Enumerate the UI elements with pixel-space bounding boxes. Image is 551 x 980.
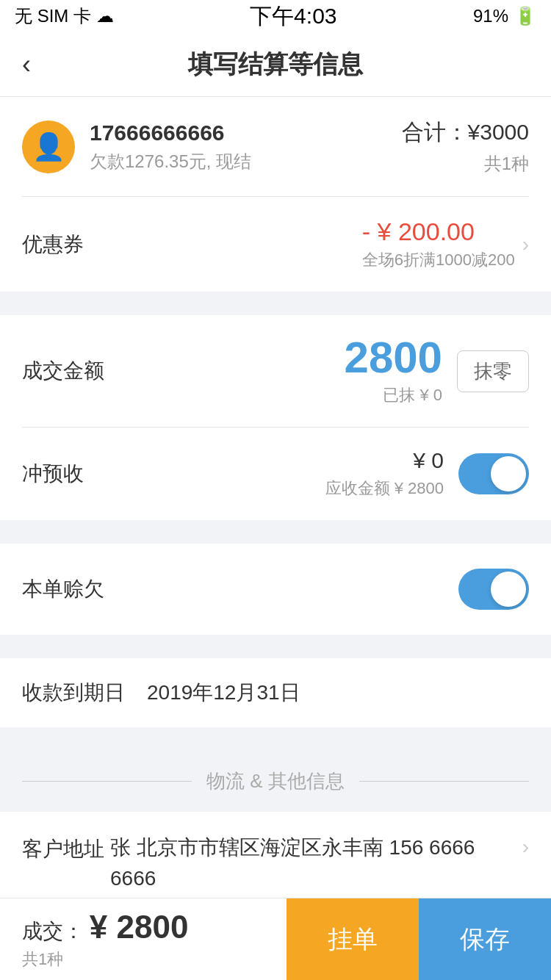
prepay-label: 冲预收 — [22, 460, 84, 488]
logistics-header: 物流 & 其他信息 — [0, 751, 551, 812]
address-label: 客户地址 — [22, 832, 110, 863]
address-chevron-icon: › — [522, 832, 529, 859]
status-bar-right: 91% 🔋 — [473, 6, 536, 26]
coupon-label: 优惠券 — [22, 231, 84, 259]
footer-amount: ¥ 2800 — [90, 909, 189, 945]
back-button[interactable]: ‹ — [22, 49, 31, 80]
duedate-card: 收款到期日 2019年12月31日 — [0, 658, 551, 727]
duedate-value: 2019年12月31日 — [147, 679, 300, 707]
customer-left: 👤 17666666666 欠款1276.35元, 现结 — [22, 120, 251, 173]
toggle-knob — [491, 456, 526, 491]
deal-label: 成交金额 — [22, 357, 104, 385]
prepay-amount-block: ¥ 0 应收金额 ¥ 2800 — [325, 448, 444, 500]
duedate-label: 收款到期日 — [22, 679, 125, 707]
section-gap-1 — [0, 303, 551, 315]
page-title: 填写结算等信息 — [188, 48, 363, 82]
debit-toggle-knob — [491, 572, 526, 607]
section-gap-2 — [0, 532, 551, 544]
coupon-right: - ¥ 200.00 全场6折满1000减200 › — [362, 217, 529, 271]
customer-row: 👤 17666666666 欠款1276.35元, 现结 合计：¥3000 共1… — [0, 97, 551, 196]
deal-right: 2800 已抹 ¥ 0 抹零 — [345, 336, 529, 406]
customer-info: 17666666666 欠款1276.35元, 现结 — [90, 120, 251, 173]
customer-phone: 17666666666 — [90, 120, 251, 145]
coupon-discount: - ¥ 200.00 — [362, 217, 515, 246]
deal-amount: 2800 — [345, 336, 442, 380]
section-gap-3 — [0, 646, 551, 658]
duedate-row: 收款到期日 2019年12月31日 — [0, 658, 551, 727]
prepay-amount: ¥ 0 — [325, 448, 444, 473]
status-bar-time: 下午4:03 — [250, 1, 336, 32]
status-bar-left: 无 SIM 卡 ☁ — [15, 4, 114, 28]
customer-total: 合计：¥3000 — [402, 118, 529, 148]
prepay-row: 冲预收 ¥ 0 应收金额 ¥ 2800 — [0, 428, 551, 520]
avatar-icon: 👤 — [32, 131, 65, 162]
customer-card: 👤 17666666666 欠款1276.35元, 现结 合计：¥3000 共1… — [0, 97, 551, 292]
debit-card: 本单赊欠 — [0, 544, 551, 635]
sim-status: 无 SIM 卡 ☁ — [15, 4, 114, 28]
coupon-desc: 全场6折满1000减200 — [362, 249, 515, 271]
deal-row: 成交金额 2800 已抹 ¥ 0 抹零 — [0, 315, 551, 427]
deal-card: 成交金额 2800 已抹 ¥ 0 抹零 冲预收 ¥ 0 应收金额 ¥ 2800 — [0, 315, 551, 520]
debit-toggle[interactable] — [458, 569, 529, 610]
footer-count: 共1种 — [22, 948, 264, 970]
address-value: 张 北京市市辖区海淀区永丰南 156 6666 6666 — [110, 832, 522, 894]
debit-label: 本单赊欠 — [22, 575, 104, 603]
avatar: 👤 — [22, 120, 75, 173]
chevron-right-icon: › — [522, 233, 529, 256]
footer: 成交： ¥ 2800 共1种 挂单 保存 — [0, 898, 551, 980]
debit-row: 本单赊欠 — [0, 544, 551, 635]
logistics-title: 物流 & 其他信息 — [192, 768, 359, 794]
battery-icon: 🔋 — [514, 6, 536, 26]
content: 👤 17666666666 欠款1276.35元, 现结 合计：¥3000 共1… — [0, 97, 551, 980]
customer-count: 共1种 — [402, 152, 529, 176]
footer-info: 成交： ¥ 2800 共1种 — [0, 909, 287, 970]
footer-deal-line: 成交： ¥ 2800 — [22, 909, 264, 945]
prepay-right: ¥ 0 应收金额 ¥ 2800 — [325, 448, 529, 500]
customer-debt: 欠款1276.35元, 现结 — [90, 150, 251, 173]
prepay-toggle[interactable] — [458, 453, 529, 494]
save-button[interactable]: 保存 — [419, 898, 551, 981]
deal-sub: 已抹 ¥ 0 — [345, 384, 442, 406]
hang-button[interactable]: 挂单 — [287, 898, 419, 981]
section-gap-4 — [0, 739, 551, 751]
nav-bar: ‹ 填写结算等信息 — [0, 32, 551, 97]
round-down-button[interactable]: 抹零 — [457, 350, 529, 392]
customer-right: 合计：¥3000 共1种 — [402, 118, 529, 176]
prepay-sub: 应收金额 ¥ 2800 — [325, 478, 444, 500]
coupon-row[interactable]: 优惠券 - ¥ 200.00 全场6折满1000减200 › — [0, 197, 551, 292]
status-bar: 无 SIM 卡 ☁ 下午4:03 91% 🔋 — [0, 0, 551, 32]
battery-status: 91% — [473, 6, 508, 26]
footer-deal-label: 成交： — [22, 920, 84, 943]
